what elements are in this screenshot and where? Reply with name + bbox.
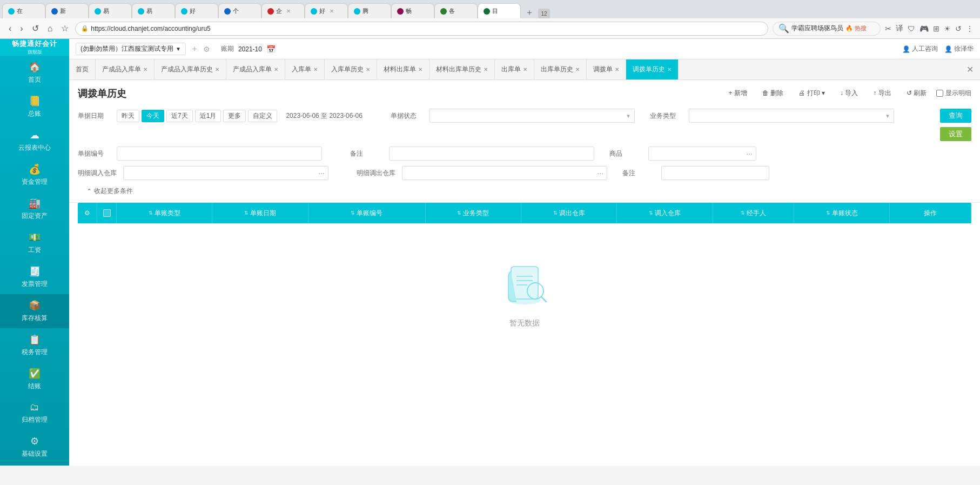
query-btn[interactable]: 查询	[940, 109, 971, 123]
collapse-btn[interactable]: ⌃ 收起更多条件	[78, 184, 971, 198]
add-btn[interactable]: + 新增	[723, 87, 753, 100]
browser-tab-3[interactable]: 易	[89, 3, 132, 18]
browser-tab-8[interactable]: 好 ✕	[305, 3, 348, 18]
status-filter-select[interactable]: ▼	[429, 109, 635, 123]
sidebar-item-invoice[interactable]: 🧾 发票管理	[0, 260, 69, 294]
company-selector[interactable]: (勿删勿禁用）江西服宝测试专用 ▼	[76, 43, 186, 55]
date-btn-1month[interactable]: 近1月	[195, 110, 221, 122]
settings-icon[interactable]: ⚙	[203, 45, 210, 54]
refresh-btn[interactable]: ↺ 刷新	[901, 87, 932, 100]
print-btn[interactable]: 🖨 打印 ▾	[793, 87, 830, 100]
sidebar-item-cloud-report[interactable]: ☁ 云报表中心	[0, 124, 69, 158]
close-tab-5[interactable]: ✕	[366, 67, 370, 72]
date-btn-more[interactable]: 更多	[223, 110, 246, 122]
sidebar-item-salary[interactable]: 💵 工资	[0, 226, 69, 260]
home-btn[interactable]: ⌂	[45, 23, 55, 35]
close-all-tabs-btn[interactable]: ✕	[960, 64, 980, 75]
grid-icon[interactable]: ⊞	[933, 24, 939, 33]
status-col-header[interactable]: ⇅ 单账状态	[794, 203, 890, 223]
goods-filter-input[interactable]: ···	[648, 147, 756, 161]
browser-tab-9[interactable]: 腾	[348, 3, 391, 18]
browser-tab-12[interactable]: 目	[478, 3, 521, 18]
display-toggle-checkbox[interactable]	[936, 90, 943, 97]
no-filter-input[interactable]	[117, 147, 322, 161]
checkbox-col-header[interactable]	[97, 203, 117, 223]
close-tab-1[interactable]: ✕	[143, 67, 147, 72]
header-checkbox[interactable]	[103, 209, 111, 217]
close-tab-4[interactable]: ✕	[313, 67, 318, 72]
page-tab-outbound2[interactable]: 出库单 ✕	[495, 59, 534, 80]
game-icon[interactable]: 🎮	[919, 24, 929, 33]
import-btn[interactable]: ↓ 导入	[835, 87, 863, 100]
sidebar-item-finance[interactable]: 💰 资金管理	[0, 158, 69, 192]
sidebar-item-guide[interactable]: 📖 新手引导	[0, 464, 69, 466]
undo-icon[interactable]: ↺	[955, 24, 962, 33]
browser-tab-10[interactable]: 畅	[391, 3, 434, 18]
no-col-header[interactable]: ⇅ 单账编号	[308, 203, 426, 223]
date-btn-yesterday[interactable]: 昨天	[117, 110, 139, 122]
page-tab-outbound1[interactable]: 材料出库单 ✕	[377, 59, 429, 80]
out-col-header[interactable]: ⇅ 调出仓库	[521, 203, 617, 223]
sidebar-item-fixed-assets[interactable]: 🏭 固定资产	[0, 192, 69, 226]
browser-tab-1[interactable]: 在	[2, 3, 45, 18]
page-tab-inbound1[interactable]: 产成品入库单 ✕	[96, 59, 155, 80]
menu-icon[interactable]: ⋮	[966, 24, 974, 33]
calendar-icon[interactable]: 📅	[266, 45, 276, 54]
browser-tab-6[interactable]: 个	[218, 3, 261, 18]
page-tab-home[interactable]: 首页	[69, 59, 96, 80]
sidebar-item-archive[interactable]: 🗂 归档管理	[0, 396, 69, 430]
page-tab-inbound3[interactable]: 入库单 ✕	[285, 59, 325, 80]
date-col-header[interactable]: ⇅ 单账日期	[212, 203, 308, 223]
shield-icon[interactable]: 🛡	[908, 24, 915, 33]
browser-tab-2[interactable]: 新	[45, 3, 89, 18]
close-tab-6[interactable]: ✕	[418, 67, 422, 72]
date-btn-custom[interactable]: 自定义	[248, 110, 277, 122]
translate-icon[interactable]: 译	[896, 24, 903, 34]
bookmark-btn[interactable]: ☆	[59, 22, 71, 35]
remark-filter-input[interactable]	[389, 147, 594, 161]
page-tab-outbound1-history[interactable]: 材料出库单历史 ✕	[429, 59, 495, 80]
settings-col-header[interactable]: ⚙	[78, 203, 97, 223]
add-company-btn[interactable]: ＋	[190, 43, 199, 55]
browser-tab-7[interactable]: 企 ✕	[261, 3, 305, 18]
search-bar[interactable]: 🔍 学霸应聘场驱鸟员 🔥 热搜	[773, 22, 881, 36]
close-tab-2[interactable]: ✕	[215, 67, 219, 72]
sidebar-item-inventory[interactable]: 📦 库存核算	[0, 294, 69, 328]
reload-btn[interactable]: ↺	[30, 22, 41, 35]
sidebar-item-close-period[interactable]: ✅ 结账	[0, 362, 69, 396]
user-service-btn[interactable]: 👤 人工咨询	[902, 44, 938, 54]
browser-tab-11[interactable]: 各	[434, 3, 478, 18]
date-btn-today[interactable]: 今天	[142, 110, 164, 122]
in-wh-input[interactable]: ···	[123, 166, 328, 180]
scissors-icon[interactable]: ✂	[885, 24, 891, 33]
url-bar[interactable]: 🔒 https://cloud.chanjet.com/accounting/u…	[75, 22, 768, 36]
page-tab-inbound2[interactable]: 产成品入库单 ✕	[226, 59, 285, 80]
type-col-header[interactable]: ⇅ 单账类型	[117, 203, 212, 223]
page-tab-inbound3-history[interactable]: 入库单历史 ✕	[325, 59, 377, 80]
close-tab-11[interactable]: ✕	[667, 67, 672, 72]
close-tab-8[interactable]: ✕	[523, 67, 527, 72]
close-tab-7[interactable]: ✕	[484, 67, 488, 72]
close-tab-10[interactable]: ✕	[615, 67, 619, 72]
close-tab-9[interactable]: ✕	[575, 67, 580, 72]
handler-col-header[interactable]: ⇅ 经手人	[713, 203, 795, 223]
close-tab-3[interactable]: ✕	[274, 67, 278, 72]
date-btn-7days[interactable]: 近7天	[166, 110, 193, 122]
sidebar-item-home[interactable]: 🏠 首页	[0, 56, 69, 90]
out-wh-input[interactable]: ···	[402, 166, 607, 180]
biz-type-filter-select[interactable]: ▼	[689, 109, 894, 123]
note-input[interactable]	[661, 166, 769, 180]
settings-btn[interactable]: 设置	[940, 127, 971, 141]
export-btn[interactable]: ↑ 导出	[868, 87, 896, 100]
in-col-header[interactable]: ⇅ 调入仓库	[617, 203, 713, 223]
forward-btn[interactable]: ›	[18, 23, 25, 35]
browser-tab-5[interactable]: 好	[175, 3, 218, 18]
page-tab-inbound1-history[interactable]: 产成品入库单历史 ✕	[155, 59, 226, 80]
back-btn[interactable]: ‹	[6, 23, 14, 35]
biz-col-header[interactable]: ⇅ 业务类型	[426, 203, 521, 223]
user-avatar[interactable]: 👤 徐泽华	[944, 44, 974, 54]
sidebar-item-tax[interactable]: 📋 税务管理	[0, 328, 69, 362]
page-tab-outbound2-history[interactable]: 出库单历史 ✕	[534, 59, 587, 80]
page-tab-transfer[interactable]: 调拨单 ✕	[587, 59, 626, 80]
page-tab-transfer-history[interactable]: 调拨单历史 ✕	[626, 59, 679, 80]
